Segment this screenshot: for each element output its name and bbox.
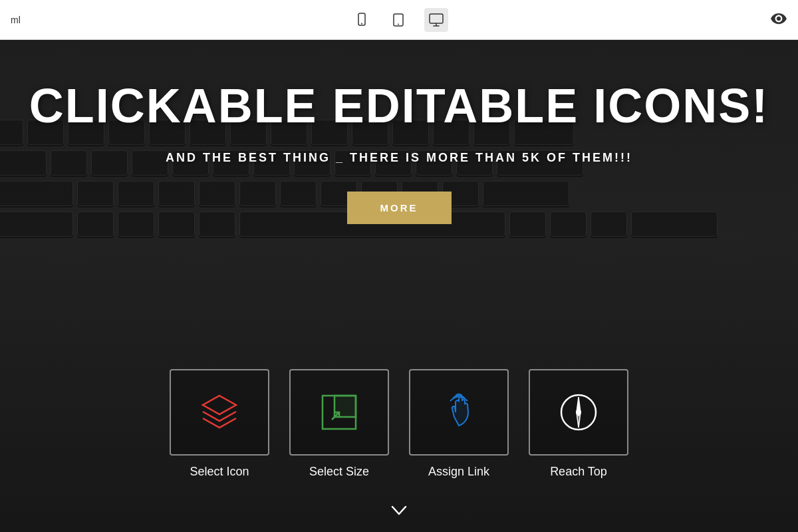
reach-top-box — [529, 369, 628, 456]
chevron-down-icon — [391, 505, 407, 516]
select-size-box — [289, 369, 389, 456]
select-icon-label: Select Icon — [190, 465, 249, 479]
desktop-icon-svg — [428, 12, 444, 28]
layers-icon — [196, 389, 243, 436]
eye-icon — [770, 10, 787, 27]
touch-icon — [436, 389, 482, 436]
tablet-icon[interactable] — [387, 8, 411, 32]
feature-assign-link[interactable]: Assign Link — [409, 369, 509, 479]
features-row: Select Icon Select Size — [0, 369, 798, 479]
app-label: ml — [11, 15, 21, 25]
svg-marker-7 — [203, 396, 236, 414]
desktop-icon[interactable] — [424, 8, 448, 32]
eye-icon-container[interactable] — [770, 10, 787, 30]
tablet-icon-svg — [391, 12, 407, 28]
feature-reach-top[interactable]: Reach Top — [529, 369, 628, 479]
select-icon-box — [170, 369, 269, 456]
scroll-arrow[interactable] — [391, 503, 407, 520]
resize-icon — [316, 389, 362, 436]
compass-icon — [555, 389, 602, 436]
hero-subtitle: AND THE BEST THING _ THERE IS MORE THAN … — [166, 151, 632, 165]
more-button[interactable]: MORE — [347, 192, 452, 224]
assign-link-label: Assign Link — [428, 465, 489, 479]
select-size-label: Select Size — [309, 465, 369, 479]
mobile-icon-svg — [354, 12, 370, 28]
feature-select-size[interactable]: Select Size — [289, 369, 389, 479]
hero-title: CLICKABLE EDITABLE ICONS! — [29, 80, 769, 132]
reach-top-label: Reach Top — [550, 465, 607, 479]
svg-rect-4 — [430, 14, 443, 23]
feature-select-icon[interactable]: Select Icon — [170, 369, 269, 479]
device-switcher — [350, 8, 448, 32]
hero-section: CLICKABLE EDITABLE ICONS! AND THE BEST T… — [0, 40, 798, 532]
assign-link-box — [409, 369, 509, 456]
mobile-icon[interactable] — [350, 8, 374, 32]
toolbar: ml — [0, 0, 798, 40]
